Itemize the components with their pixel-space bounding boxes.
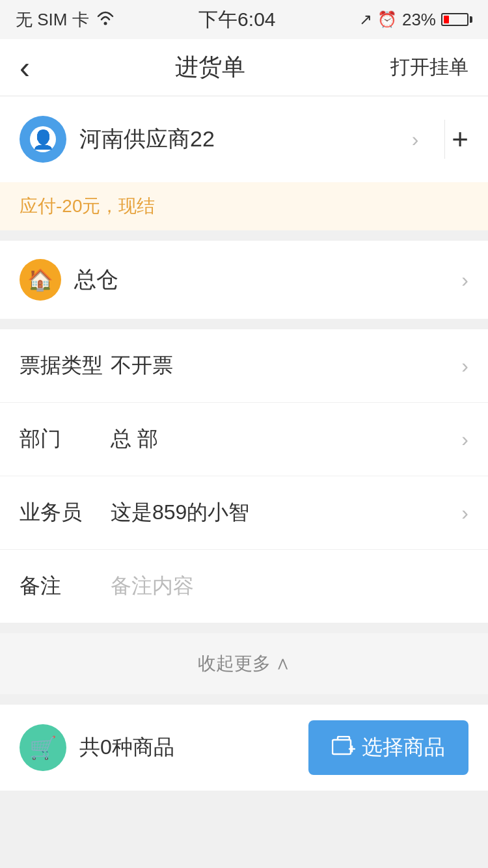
department-chevron-icon: › — [461, 427, 468, 452]
collapse-row[interactable]: 收起更多 ∧ — [0, 633, 488, 694]
status-left: 无 SIM 卡 — [16, 8, 115, 31]
select-product-button[interactable]: 选择商品 — [308, 720, 468, 775]
cart-icon: 🛒 — [29, 735, 57, 761]
supplier-avatar: 👤 — [20, 116, 66, 163]
status-right: ↗ ⏰ 23% — [359, 10, 472, 30]
salesperson-label: 业务员 — [20, 498, 111, 527]
bottom-area — [0, 801, 488, 868]
department-value: 总 部 — [111, 425, 461, 454]
warehouse-name: 总仓 — [74, 265, 461, 295]
house-icon: 🏠 — [27, 267, 53, 292]
warehouse-row[interactable]: 🏠 总仓 › — [0, 241, 488, 319]
nav-bar: ‹ 进货单 打开挂单 — [0, 39, 488, 96]
vertical-divider — [444, 120, 445, 159]
notice-banner: 应付-20元，现结 — [0, 182, 488, 230]
svg-point-0 — [103, 21, 107, 25]
select-icon — [332, 736, 355, 760]
person-icon: 👤 — [32, 129, 55, 150]
page-title: 进货单 — [175, 51, 245, 83]
content: 👤 河南供应商22 › + 应付-20元，现结 🏠 总仓 › 票据类型 不开票 … — [0, 96, 488, 868]
form-section: 票据类型 不开票 › 部门 总 部 › 业务员 这是859的小智 › 备注 备注… — [0, 329, 488, 623]
salesperson-row[interactable]: 业务员 这是859的小智 › — [0, 476, 488, 550]
select-btn-label: 选择商品 — [362, 733, 445, 762]
battery-percentage: 23% — [402, 10, 436, 30]
alarm-icon: ⏰ — [377, 10, 397, 29]
notice-text: 应付-20元，现结 — [20, 196, 155, 216]
supplier-section: 👤 河南供应商22 › + 应付-20元，现结 — [0, 96, 488, 230]
invoice-type-row[interactable]: 票据类型 不开票 › — [0, 329, 488, 403]
status-time: 下午6:04 — [198, 7, 275, 33]
status-bar: 无 SIM 卡 下午6:04 ↗ ⏰ 23% — [0, 0, 488, 39]
carrier-text: 无 SIM 卡 — [16, 8, 89, 31]
product-count: 共0种商品 — [79, 733, 308, 762]
wifi-icon — [96, 10, 115, 30]
collapse-label: 收起更多 ∧ — [198, 651, 291, 676]
remark-row[interactable]: 备注 备注内容 — [0, 550, 488, 623]
salesperson-value: 这是859的小智 — [111, 498, 461, 527]
product-icon: 🛒 — [20, 724, 66, 771]
svg-rect-1 — [332, 740, 351, 754]
department-row[interactable]: 部门 总 部 › — [0, 403, 488, 476]
avatar-inner: 👤 — [30, 126, 56, 152]
warehouse-icon: 🏠 — [20, 259, 61, 301]
salesperson-chevron-icon: › — [461, 501, 468, 525]
invoice-type-label: 票据类型 — [20, 351, 111, 380]
supplier-row[interactable]: 👤 河南供应商22 › + — [0, 96, 488, 182]
supplier-chevron-icon: › — [412, 128, 419, 152]
warehouse-chevron-icon: › — [461, 268, 468, 292]
location-icon: ↗ — [359, 10, 372, 29]
battery-icon — [441, 13, 472, 26]
back-button[interactable]: ‹ — [20, 49, 30, 85]
remark-label: 备注 — [20, 572, 111, 601]
open-pending-button[interactable]: 打开挂单 — [390, 54, 468, 81]
invoice-chevron-icon: › — [461, 354, 468, 378]
invoice-type-value: 不开票 — [111, 351, 461, 380]
supplier-name: 河南供应商22 — [79, 124, 412, 154]
footer-row: 🛒 共0种商品 选择商品 — [0, 705, 488, 791]
department-label: 部门 — [20, 425, 111, 454]
remark-input[interactable]: 备注内容 — [111, 572, 468, 601]
add-supplier-button[interactable]: + — [452, 125, 468, 154]
warehouse-section: 🏠 总仓 › — [0, 241, 488, 319]
